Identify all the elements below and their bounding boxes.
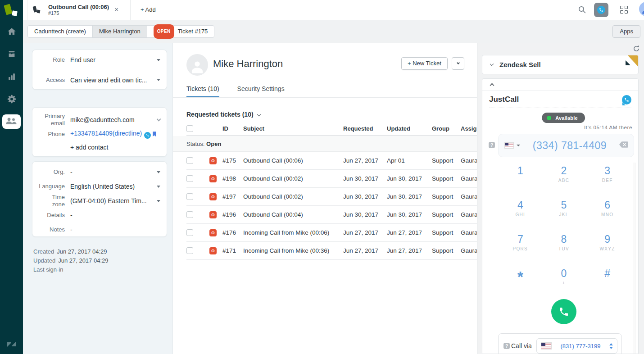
org-dropdown-caret[interactable] bbox=[157, 171, 160, 173]
refresh-apps-icon[interactable] bbox=[633, 45, 640, 54]
row-checkbox[interactable] bbox=[186, 157, 193, 164]
dial-number-input[interactable]: (334) 781-4409 bbox=[498, 134, 634, 157]
table-row[interactable]: O #175 Outbound Call (00:06) Jun 27, 201… bbox=[186, 152, 477, 170]
call-button[interactable] bbox=[551, 299, 576, 324]
dialpad-key-9[interactable]: 9WXYZ bbox=[600, 234, 615, 268]
ticket-requested: Jun 30, 2017 bbox=[339, 175, 382, 182]
table-row[interactable]: O #196 Outbound Call (00:04) Jun 30, 201… bbox=[186, 206, 477, 224]
phone-call-icon[interactable] bbox=[144, 132, 151, 139]
call-via-select[interactable]: (831) 777-3199 bbox=[536, 338, 617, 354]
zendesk-z-logo-icon[interactable] bbox=[6, 340, 17, 350]
ticket-subject[interactable]: Outbound Call (00:02) bbox=[239, 193, 339, 200]
dialer-help-icon[interactable]: ? bbox=[489, 142, 495, 148]
table-row[interactable]: O #197 Outbound Call (00:02) Jun 30, 201… bbox=[186, 188, 477, 206]
row-checkbox[interactable] bbox=[186, 175, 193, 182]
zendesk-logo-icon bbox=[4, 3, 20, 19]
access-dropdown-caret[interactable] bbox=[157, 79, 160, 81]
org-row[interactable]: Org. - bbox=[32, 165, 167, 179]
country-caret-icon[interactable] bbox=[517, 145, 520, 146]
open-ticket-badge: O bbox=[209, 193, 217, 200]
dialpad-key-1[interactable]: 1 bbox=[517, 165, 523, 200]
apps-grid-icon[interactable] bbox=[620, 6, 628, 14]
number-stepper-icon[interactable] bbox=[609, 343, 613, 349]
availability-status: Available bbox=[555, 115, 578, 121]
dialpad-key-8[interactable]: 8TUV bbox=[558, 234, 569, 268]
ticket-subject[interactable]: Outbound Call (00:04) bbox=[239, 211, 339, 218]
language-row[interactable]: Language English (United States) bbox=[32, 179, 167, 194]
views-icon[interactable] bbox=[0, 47, 23, 61]
call-via-help-icon[interactable]: ? bbox=[503, 343, 510, 349]
ticket-tab[interactable]: Outbound Call (00:06) #175 × bbox=[27, 0, 131, 20]
dialer-scrollbar[interactable] bbox=[633, 163, 635, 354]
access-row[interactable]: Access Can view and edit own tic... bbox=[32, 70, 167, 90]
created-line: CreatedJun 27, 2017 04:29 bbox=[33, 247, 108, 256]
home-icon[interactable] bbox=[0, 24, 23, 39]
table-row[interactable]: O #171 Incoming Call from Mike (00:36) J… bbox=[186, 242, 477, 260]
sell-collapse-chevron-icon[interactable] bbox=[490, 62, 494, 66]
timezone-row[interactable]: Time zone (GMT-04:00) Eastern Tim... bbox=[32, 194, 167, 208]
table-row[interactable]: O #176 Incoming Call from Mike (00:06) J… bbox=[186, 224, 477, 242]
notes-row[interactable]: Notes - bbox=[32, 222, 167, 237]
country-flag-icon[interactable] bbox=[504, 142, 514, 149]
new-ticket-button[interactable]: + New Ticket bbox=[401, 57, 448, 70]
ticket-assignee: Gaura bbox=[456, 193, 477, 200]
backspace-icon[interactable] bbox=[619, 141, 628, 150]
dialpad-key-7[interactable]: 7PQRS bbox=[513, 234, 528, 268]
dialpad-key-6[interactable]: 6MNO bbox=[601, 200, 613, 234]
role-row[interactable]: Role End user bbox=[32, 50, 167, 70]
ticket-subject[interactable]: Incoming Call from Mike (00:36) bbox=[239, 247, 339, 254]
add-contact-link[interactable]: + add contact bbox=[70, 144, 160, 151]
justcall-app-icon[interactable] bbox=[594, 3, 608, 17]
dialpad-key-star[interactable]: * bbox=[517, 268, 523, 302]
email-chevron-icon[interactable] bbox=[157, 117, 161, 121]
dialpad-key-5[interactable]: 5JKL bbox=[559, 200, 568, 234]
role-dropdown-caret[interactable] bbox=[157, 59, 160, 61]
ticket-subject[interactable]: Outbound Call (00:06) bbox=[239, 157, 339, 164]
admin-gear-icon[interactable] bbox=[0, 92, 23, 106]
breadcrumb-ticket[interactable]: OPEN Ticket #175 bbox=[147, 25, 215, 38]
dialpad-key-3[interactable]: 3DEF bbox=[602, 165, 613, 200]
section-chevron-icon[interactable] bbox=[257, 113, 260, 116]
breadcrumb-org[interactable]: Cadunttech (create) bbox=[27, 25, 93, 38]
call-via-flag-icon bbox=[541, 342, 552, 349]
row-checkbox[interactable] bbox=[186, 211, 193, 218]
new-ticket-dropdown-button[interactable] bbox=[452, 57, 464, 70]
row-checkbox[interactable] bbox=[186, 229, 193, 236]
requested-tickets-title: Requested tickets (10) bbox=[186, 111, 260, 118]
primary-email-row[interactable]: Primary email mike@cadunttech.com bbox=[32, 108, 167, 128]
add-tab-button[interactable]: + Add bbox=[135, 0, 161, 20]
search-icon[interactable] bbox=[578, 6, 586, 15]
add-contact-row[interactable]: + add contact bbox=[32, 140, 167, 154]
details-row[interactable]: Details - bbox=[32, 208, 167, 222]
customers-active-item[interactable] bbox=[2, 114, 21, 129]
row-checkbox[interactable] bbox=[186, 247, 193, 254]
dialpad-key-2[interactable]: 2ABC bbox=[558, 165, 569, 200]
availability-toggle[interactable]: Available bbox=[542, 113, 585, 123]
dialpad-key-0[interactable]: 0+ bbox=[561, 268, 567, 302]
dialpad-key-4[interactable]: 4GHI bbox=[515, 200, 525, 234]
apps-button[interactable]: Apps bbox=[612, 25, 640, 38]
ticket-group: Support bbox=[427, 247, 456, 254]
tab-close-icon[interactable]: × bbox=[114, 6, 118, 13]
timezone-dropdown-caret[interactable] bbox=[157, 200, 160, 202]
ticket-subject[interactable]: Incoming Call from Mike (00:06) bbox=[239, 229, 339, 236]
row-checkbox[interactable] bbox=[186, 193, 193, 200]
phone-row[interactable]: Phone +13347814409(directline) bbox=[32, 128, 167, 140]
table-row[interactable]: O #198 Outbound Call (00:02) Jun 30, 201… bbox=[186, 170, 477, 188]
select-all-checkbox[interactable] bbox=[186, 125, 193, 132]
ticket-subject[interactable]: Outbound Call (00:02) bbox=[239, 175, 339, 182]
reports-icon[interactable] bbox=[0, 69, 23, 84]
phone-link[interactable]: +13347814409(directline) bbox=[70, 130, 160, 139]
user-avatar[interactable] bbox=[639, 2, 644, 16]
language-dropdown-caret[interactable] bbox=[157, 186, 160, 188]
customers-people-icon bbox=[5, 117, 17, 126]
contact-card: Primary email mike@cadunttech.com Phone … bbox=[32, 107, 167, 157]
breadcrumb-user[interactable]: Mike Harrington bbox=[92, 25, 147, 38]
justcall-collapse-bar[interactable] bbox=[482, 79, 638, 91]
tab-tickets[interactable]: Tickets (10) bbox=[186, 85, 219, 98]
dialpad-key-hash[interactable]: # bbox=[604, 268, 610, 302]
dialed-number[interactable]: (334) 781-4409 bbox=[520, 140, 619, 152]
zendesk-sell-app-header[interactable]: Zendesk Sell bbox=[482, 55, 639, 74]
tab-security-settings[interactable]: Security Settings bbox=[237, 85, 285, 98]
breadcrumb: Cadunttech (create) Mike Harrington OPEN… bbox=[27, 25, 214, 38]
